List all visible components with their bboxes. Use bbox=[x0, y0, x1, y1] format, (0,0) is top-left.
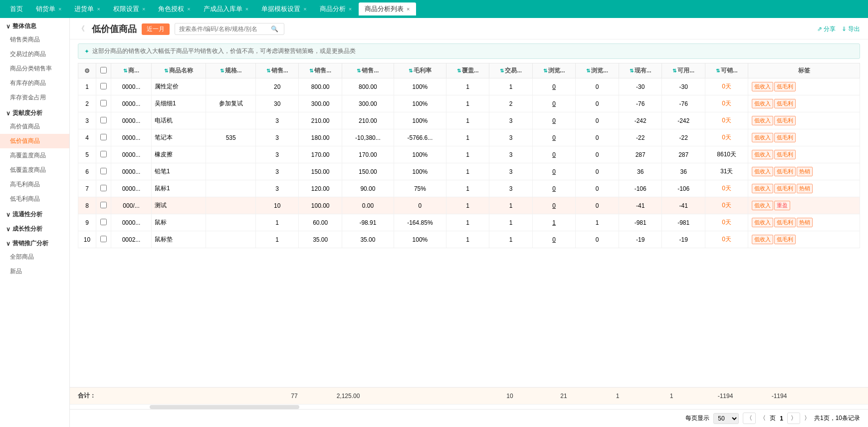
view1-link[interactable]: 0 bbox=[552, 236, 556, 243]
view1-link[interactable]: 0 bbox=[552, 117, 556, 124]
settings-icon[interactable]: ⚙ bbox=[84, 67, 90, 74]
sidebar-group-liquidity[interactable]: ∨ 流通性分析 bbox=[0, 206, 69, 221]
nav-permission[interactable]: 权限设置 × bbox=[107, 2, 151, 15]
sales-profit-col-header[interactable]: ⇅销售... bbox=[342, 63, 394, 78]
row-checkbox[interactable] bbox=[100, 117, 107, 123]
view1[interactable]: 0 bbox=[532, 112, 576, 129]
coverage-col-header[interactable]: ⇅覆盖... bbox=[446, 63, 489, 78]
row-checkbox-cell[interactable] bbox=[96, 78, 111, 95]
view1[interactable]: 0 bbox=[532, 146, 576, 163]
sidebar-item-low-margin[interactable]: 低毛利商品 bbox=[0, 192, 69, 206]
row-checkbox[interactable] bbox=[100, 151, 107, 157]
row-checkbox[interactable] bbox=[100, 83, 107, 89]
row-checkbox-cell[interactable] bbox=[96, 95, 111, 112]
nav-home[interactable]: 首页 bbox=[4, 2, 29, 15]
close-icon[interactable]: × bbox=[58, 6, 61, 12]
export-btn[interactable]: ⇓ 导出 bbox=[842, 25, 860, 33]
nav-product-analysis[interactable]: 商品分析 × bbox=[314, 2, 358, 15]
spec-col-header[interactable]: ⇅规格... bbox=[206, 63, 256, 78]
last-page-btn[interactable]: 〉 bbox=[804, 414, 810, 423]
next-page-btn[interactable]: 〉 bbox=[787, 413, 800, 424]
view1-link[interactable]: 0 bbox=[552, 134, 556, 141]
saleable-days-col-header[interactable]: ⇅可销... bbox=[705, 63, 748, 78]
view1[interactable]: 0 bbox=[532, 129, 576, 146]
search-input[interactable] bbox=[179, 25, 269, 32]
nav-template[interactable]: 单据模板设置 × bbox=[255, 2, 312, 15]
sidebar-group-marketing[interactable]: ∨ 营销推广分析 bbox=[0, 235, 69, 250]
view1[interactable]: 1 bbox=[532, 214, 576, 231]
sidebar-item-high-margin[interactable]: 高毛利商品 bbox=[0, 177, 69, 192]
view1-link[interactable]: 0 bbox=[552, 151, 556, 158]
close-icon[interactable]: × bbox=[407, 6, 410, 12]
first-page-btn[interactable]: 〈 bbox=[743, 413, 756, 424]
checkbox-col-header[interactable] bbox=[96, 63, 111, 78]
row-checkbox-cell[interactable] bbox=[96, 197, 111, 214]
view1[interactable]: 0 bbox=[532, 180, 576, 197]
search-bar[interactable]: 🔍 bbox=[175, 23, 284, 35]
sidebar-item-new-products[interactable]: 新品 bbox=[0, 264, 69, 279]
row-checkbox-cell[interactable] bbox=[96, 146, 111, 163]
sidebar-item-all-products[interactable]: 全部商品 bbox=[0, 250, 69, 264]
view1-link[interactable]: 0 bbox=[552, 185, 556, 192]
usable-stock-col-header[interactable]: ⇅可用... bbox=[662, 63, 705, 78]
row-checkbox-cell[interactable] bbox=[96, 231, 111, 248]
row-checkbox[interactable] bbox=[100, 219, 107, 225]
sidebar-item-low-value[interactable]: 低价值商品 bbox=[0, 134, 69, 148]
sidebar-item-low-coverage[interactable]: 低覆盖度商品 bbox=[0, 163, 69, 177]
sidebar-group-growth[interactable]: ∨ 成长性分析 bbox=[0, 221, 69, 235]
nav-purchase-order[interactable]: 进货单 × bbox=[68, 2, 106, 15]
sidebar-toggle-btn[interactable]: 《 bbox=[78, 24, 85, 33]
view1-link[interactable]: 1 bbox=[552, 219, 556, 226]
close-icon[interactable]: × bbox=[187, 6, 190, 12]
sidebar-item-sales-products[interactable]: 销售类商品 bbox=[0, 32, 69, 47]
view1[interactable]: 0 bbox=[532, 231, 576, 248]
settings-col-header[interactable]: ⚙ bbox=[78, 63, 96, 78]
row-checkbox-cell[interactable] bbox=[96, 163, 111, 180]
row-checkbox-cell[interactable] bbox=[96, 112, 111, 129]
select-all-checkbox[interactable] bbox=[100, 67, 107, 73]
sidebar-item-high-coverage[interactable]: 高覆盖度商品 bbox=[0, 148, 69, 163]
row-checkbox-cell[interactable] bbox=[96, 129, 111, 146]
sidebar-item-capital-usage[interactable]: 库存资金占用 bbox=[0, 90, 69, 105]
view1-link[interactable]: 0 bbox=[552, 168, 556, 175]
close-icon[interactable]: × bbox=[349, 6, 352, 12]
row-checkbox[interactable] bbox=[100, 236, 107, 242]
search-icon[interactable]: 🔍 bbox=[271, 25, 278, 32]
row-checkbox[interactable] bbox=[100, 168, 107, 174]
per-page-select[interactable]: 50 100 200 bbox=[713, 413, 739, 424]
current-stock-col-header[interactable]: ⇅现有... bbox=[619, 63, 662, 78]
name-col-header[interactable]: ⇅商品名称 bbox=[152, 63, 206, 78]
sidebar-group-overall[interactable]: ∨ 整体信息 bbox=[0, 18, 69, 32]
sidebar-item-stocked-products[interactable]: 有库存的商品 bbox=[0, 76, 69, 90]
code-col-header[interactable]: ⇅商... bbox=[111, 63, 152, 78]
close-icon[interactable]: × bbox=[142, 6, 145, 12]
row-checkbox[interactable] bbox=[100, 134, 107, 140]
trade-col-header[interactable]: ⇅交易... bbox=[489, 63, 533, 78]
sidebar-group-contribution[interactable]: ∨ 贡献度分析 bbox=[0, 105, 69, 119]
view1-link[interactable]: 0 bbox=[552, 100, 556, 107]
view1[interactable]: 0 bbox=[532, 197, 576, 214]
view1-col-header[interactable]: ⇅浏览... bbox=[532, 63, 576, 78]
row-checkbox[interactable] bbox=[100, 185, 107, 191]
nav-role-auth[interactable]: 角色授权 × bbox=[152, 2, 196, 15]
sales-amount-col-header[interactable]: ⇅销售... bbox=[299, 63, 342, 78]
close-icon[interactable]: × bbox=[97, 6, 100, 12]
nav-warehouse[interactable]: 产成品入库单 × bbox=[198, 2, 254, 15]
sidebar-item-category-rate[interactable]: 商品分类销售率 bbox=[0, 61, 69, 76]
view1-link[interactable]: 0 bbox=[552, 202, 556, 209]
nav-sales-order[interactable]: 销货单 × bbox=[30, 2, 67, 15]
row-checkbox[interactable] bbox=[100, 100, 107, 106]
sidebar-item-high-value[interactable]: 高价值商品 bbox=[0, 119, 69, 134]
view1[interactable]: 0 bbox=[532, 95, 576, 112]
nav-product-analysis-list[interactable]: 商品分析列表 × bbox=[359, 2, 416, 15]
share-btn[interactable]: ⇗ 分享 bbox=[817, 25, 836, 33]
view1[interactable]: 0 bbox=[532, 78, 576, 95]
view1-link[interactable]: 0 bbox=[552, 83, 556, 90]
sidebar-item-traded-products[interactable]: 交易过的商品 bbox=[0, 47, 69, 61]
filter-recent-month-btn[interactable]: 近一月 bbox=[142, 23, 170, 35]
row-checkbox-cell[interactable] bbox=[96, 180, 111, 197]
view1[interactable]: 0 bbox=[532, 163, 576, 180]
row-checkbox[interactable] bbox=[100, 202, 107, 208]
row-checkbox-cell[interactable] bbox=[96, 214, 111, 231]
sales-qty-col-header[interactable]: ⇅销售... bbox=[255, 63, 299, 78]
